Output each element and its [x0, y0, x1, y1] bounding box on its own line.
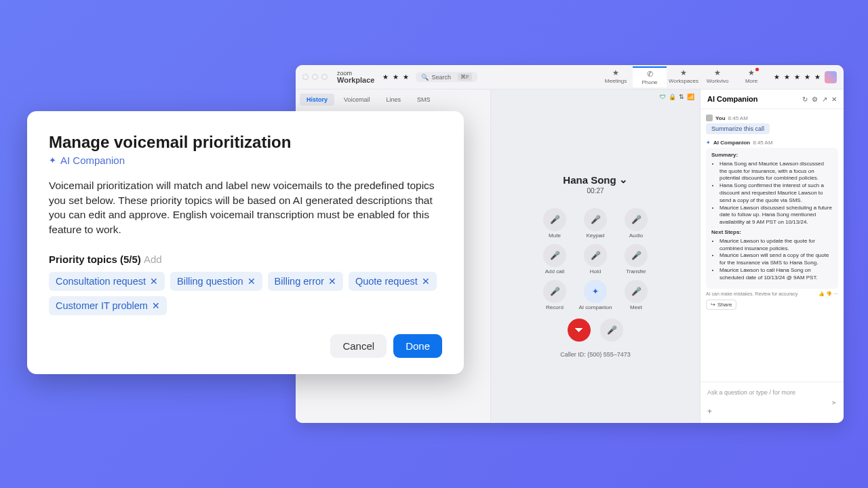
- star-icon[interactable]: ★: [784, 73, 790, 81]
- window-controls[interactable]: [302, 74, 328, 80]
- maximize-dot[interactable]: [321, 74, 328, 80]
- remove-icon[interactable]: ✕: [150, 276, 158, 287]
- add-call-button[interactable]: 🎤Add call: [538, 244, 572, 274]
- subtab-lines[interactable]: Lines: [380, 94, 408, 106]
- remove-icon[interactable]: ✕: [422, 276, 430, 287]
- companion-input[interactable]: Ask a question or type / for more + ➤: [701, 382, 844, 423]
- hangup-button[interactable]: ⏷: [568, 319, 591, 342]
- call-panel: 🛡 🔒 ⇅ 📶 Hana Song⌄ 00:27 🎤Mute 🎤Keypad 🎤…: [491, 89, 700, 423]
- summary-block: Summary: Hana Song and Maurice Lawson di…: [706, 148, 838, 289]
- caller-id: Caller ID: (500) 555–7473: [560, 351, 631, 358]
- star-icon[interactable]: ★: [794, 73, 800, 81]
- caller-name[interactable]: Hana Song⌄: [563, 174, 627, 186]
- transfer-button[interactable]: 🎤Transfer: [619, 244, 653, 274]
- remove-icon[interactable]: ✕: [328, 276, 336, 287]
- subtab-voicemail[interactable]: Voicemail: [337, 94, 377, 106]
- star-icon[interactable]: ★: [774, 73, 780, 81]
- mic-icon: 🎤: [584, 208, 607, 231]
- modal-subtitle: ✦ AI Companion: [49, 155, 442, 166]
- toolbar-icons-right: ★ ★ ★ ★ ★: [774, 71, 837, 83]
- search-input[interactable]: 🔍 Search ⌘F: [416, 72, 477, 82]
- priority-topics-header: Priority topics (5/5)Add: [49, 253, 442, 265]
- call-controls: 🎤Mute 🎤Keypad 🎤Audio 🎤Add call 🎤Hold 🎤Tr…: [538, 208, 653, 310]
- sparkle-icon: ✦: [49, 155, 56, 165]
- remove-icon[interactable]: ✕: [152, 300, 160, 311]
- star-icon[interactable]: ★: [382, 73, 389, 81]
- search-icon: 🔍: [421, 74, 429, 81]
- topic-chips: Consultation request✕ Billing question✕ …: [49, 272, 442, 315]
- refresh-icon[interactable]: ↻: [802, 96, 808, 103]
- subtab-sms[interactable]: SMS: [410, 94, 437, 106]
- nav-phone[interactable]: ✆Phone: [633, 66, 667, 87]
- topic-chip[interactable]: Quote request✕: [349, 272, 437, 291]
- user-avatar: [706, 115, 713, 121]
- mic-icon: 🎤: [625, 244, 648, 267]
- gear-icon[interactable]: ⚙: [812, 96, 818, 103]
- close-icon[interactable]: ✕: [831, 96, 837, 103]
- titlebar: zoomWorkplace ★ ★ ★ 🔍 Search ⌘F ★Meeting…: [296, 65, 844, 89]
- call-timer: 00:27: [587, 187, 604, 195]
- star-icon[interactable]: ★: [804, 73, 810, 81]
- mic-toggle-button[interactable]: 🎤: [600, 319, 623, 342]
- cancel-button[interactable]: Cancel: [330, 334, 387, 358]
- meet-button[interactable]: 🎤Meet: [619, 280, 653, 310]
- voicemail-priority-modal: Manage voicemail prioritization ✦ AI Com…: [27, 111, 464, 374]
- shield-icon: 🛡: [660, 94, 666, 100]
- topic-chip[interactable]: Billing error✕: [268, 272, 343, 291]
- toolbar-icons-left: ★ ★ ★: [382, 73, 409, 81]
- panel-header: AI Companion ↻ ⚙ ↗ ✕: [701, 89, 844, 109]
- modal-actions: Cancel Done: [49, 334, 442, 358]
- plus-icon[interactable]: +: [707, 407, 795, 416]
- feedback-icons[interactable]: 👍 👎 ⋯: [818, 291, 838, 297]
- user-label: You: [715, 115, 726, 121]
- phone-down-icon: ⏷: [574, 324, 585, 336]
- nav-meetings[interactable]: ★Meetings: [599, 66, 633, 87]
- minimize-dot[interactable]: [312, 74, 318, 80]
- add-topic-button[interactable]: Add: [144, 253, 162, 265]
- nav-workvivo[interactable]: ★Workvivo: [701, 66, 734, 87]
- notification-dot: [755, 68, 759, 71]
- mic-icon: 🎤: [625, 208, 648, 231]
- phone-subtabs: History Voicemail Lines SMS: [296, 89, 490, 110]
- popout-icon[interactable]: ↗: [822, 96, 827, 103]
- mic-icon: 🎤: [543, 280, 566, 303]
- topic-chip[interactable]: Consultation request✕: [49, 272, 165, 291]
- ai-companion-button[interactable]: ✦AI companion: [578, 280, 612, 310]
- signal-bars-icon: 📶: [687, 94, 694, 100]
- star-icon[interactable]: ★: [403, 73, 409, 81]
- record-button[interactable]: 🎤Record: [538, 280, 572, 310]
- mic-icon: 🎤: [584, 244, 607, 267]
- mute-button[interactable]: 🎤Mute: [538, 208, 572, 239]
- chevron-down-icon: ⌄: [619, 174, 628, 186]
- search-shortcut: ⌘F: [458, 73, 472, 81]
- disclaimer: AI can make mistakes. Review for accurac…: [706, 291, 838, 297]
- keypad-button[interactable]: 🎤Keypad: [578, 208, 612, 239]
- avatar[interactable]: [825, 71, 837, 83]
- close-dot[interactable]: [302, 74, 309, 80]
- ai-companion-panel: AI Companion ↻ ⚙ ↗ ✕ You 8:45 AM Summari…: [700, 89, 844, 423]
- share-icon: ↪: [711, 302, 715, 308]
- audio-button[interactable]: 🎤Audio: [619, 208, 653, 239]
- timestamp: 8:45 AM: [728, 115, 748, 121]
- lock-icon: 🔒: [669, 94, 676, 100]
- hold-button[interactable]: 🎤Hold: [578, 244, 612, 274]
- done-button[interactable]: Done: [393, 334, 442, 358]
- sparkle-icon: ✦: [706, 140, 711, 146]
- share-button[interactable]: ↪Share: [706, 300, 736, 310]
- mic-icon: 🎤: [625, 280, 648, 303]
- remove-icon[interactable]: ✕: [248, 276, 256, 287]
- brand: zoomWorkplace: [337, 70, 374, 84]
- nav-more[interactable]: ★More: [734, 66, 768, 87]
- summarize-chip[interactable]: Summarize this call: [706, 123, 770, 134]
- star-icon[interactable]: ★: [814, 73, 821, 81]
- nav-workspaces[interactable]: ★Workspaces: [667, 66, 701, 87]
- ai-label: AI Companion: [713, 140, 750, 146]
- send-icon[interactable]: ➤: [831, 399, 837, 406]
- topic-chip[interactable]: Customer IT problem✕: [49, 296, 167, 315]
- sparkle-icon: ✦: [584, 280, 607, 303]
- modal-title: Manage voicemail prioritization: [49, 133, 442, 152]
- topic-chip[interactable]: Billing question✕: [170, 272, 262, 291]
- panel-title: AI Companion: [707, 95, 802, 103]
- star-icon[interactable]: ★: [393, 73, 399, 81]
- subtab-history[interactable]: History: [300, 94, 334, 106]
